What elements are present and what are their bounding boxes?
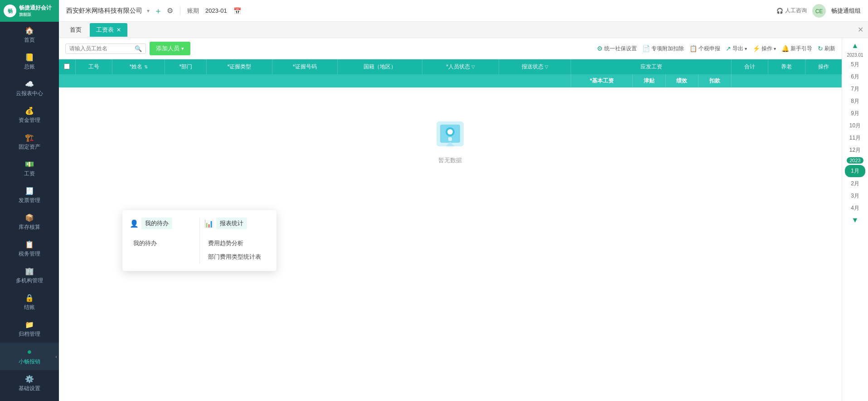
tab-close-right-icon[interactable]: ✕ — [858, 25, 863, 34]
operations-icon: ⚡ — [752, 45, 760, 52]
tab-home-label: 首页 — [70, 26, 82, 33]
period-label: 账期 — [187, 7, 199, 15]
th-checkbox — [59, 59, 75, 74]
name-sort-icon: ⇅ — [144, 64, 148, 69]
popup-item-my-todo[interactable]: 我的待办 — [130, 237, 195, 250]
th-status: *人员状态 ▽ — [422, 59, 499, 74]
logo-sub: 旗舰版 — [19, 12, 52, 18]
empty-state: 暂无数据 — [59, 87, 842, 192]
topbar-settings-icon[interactable]: ⚙ — [167, 6, 173, 15]
tab-home[interactable]: 首页 — [63, 23, 88, 37]
invoice-icon: 🧾 — [25, 187, 34, 195]
sidebar-item-tax[interactable]: 📋 税务管理 — [0, 236, 59, 262]
timeline-month-1[interactable]: 1月 — [845, 165, 865, 177]
ledger-icon: 📒 — [25, 53, 34, 62]
inventory-icon: 📦 — [25, 213, 34, 222]
sidebar-label-tax: 税务管理 — [19, 250, 40, 258]
add-person-button[interactable]: 添加人员 ▾ — [150, 42, 190, 55]
timeline-month-3[interactable]: 3月 — [842, 190, 868, 202]
tab-salary-table[interactable]: 工资表 ✕ — [90, 23, 127, 37]
timeline-year-label: 2023.01 — [847, 53, 863, 58]
sidebar-item-inventory[interactable]: 📦 库存核算 — [0, 209, 59, 236]
timeline-month-7[interactable]: 7月 — [842, 83, 868, 95]
refresh-action[interactable]: ↻ 刷新 — [818, 45, 835, 53]
sidebar-item-finance[interactable]: 💰 资金管理 — [0, 102, 59, 129]
sidebar-item-ledger[interactable]: 📒 总账 — [0, 48, 59, 75]
th-id-number: *证握号码 — [272, 59, 337, 74]
sidebar-collapse-icon: ‹ — [55, 354, 57, 359]
sidebar-label-invoice: 发票管理 — [19, 197, 40, 204]
th-send-status: 报送状态 ▽ — [499, 59, 571, 74]
new-guide-action[interactable]: 🔔 新手引导 — [781, 45, 812, 53]
service-button[interactable]: 🎧 人工咨询 — [776, 7, 807, 14]
sidebar-item-reports[interactable]: ☁️ 云报表中心 — [0, 75, 59, 102]
th-name-sort[interactable]: *姓名 — [130, 63, 143, 70]
select-all-checkbox[interactable] — [64, 63, 70, 69]
popup-item-expense-trend[interactable]: 费用趋势分析 — [204, 237, 270, 250]
sidebar-item-closing[interactable]: 🔒 结账 — [0, 289, 59, 316]
timeline-month-6[interactable]: 6月 — [842, 71, 868, 83]
sidebar-label-assets: 固定资产 — [19, 143, 40, 151]
operations-action[interactable]: ⚡ 操作 ▾ — [752, 45, 776, 53]
send-status-filter-icon[interactable]: ▽ — [545, 64, 548, 69]
popup-section1-label: 我的待办 — [141, 217, 172, 229]
special-deduction-label: 专项附加扣除 — [651, 45, 684, 53]
timeline-down-nav[interactable]: ▼ — [850, 214, 861, 226]
timeline-up-nav[interactable]: ▲ — [850, 40, 861, 52]
sidebar-label-closing: 结账 — [24, 304, 35, 311]
sidebar-item-assets[interactable]: 🏗️ 固定资产 — [0, 129, 59, 155]
refresh-label: 刷新 — [824, 45, 835, 53]
tab-close-icon[interactable]: ✕ — [116, 27, 121, 33]
sidebar-item-xiaochang[interactable]: ● 小畅报销 ‹ — [0, 343, 59, 370]
timeline-month-12[interactable]: 12月 — [842, 144, 868, 156]
reports-icon: ☁️ — [25, 80, 34, 88]
status-filter-icon[interactable]: ▽ — [471, 64, 475, 69]
timeline-month-11[interactable]: 11月 — [842, 132, 868, 144]
year-badge-2023: 2023 — [847, 157, 863, 164]
social-security-action[interactable]: ⚙ 统一社保设置 — [597, 45, 637, 53]
topbar-add-icon[interactable]: ＋ — [154, 5, 162, 16]
sidebar-item-archive[interactable]: 📁 归档管理 — [0, 316, 59, 343]
user-name[interactable]: 畅捷通组组 — [831, 7, 861, 15]
add-person-label: 添加人员 — [156, 44, 179, 53]
company-dropdown-icon[interactable]: ▾ — [147, 8, 150, 14]
th-job-number: 工号 — [75, 59, 112, 74]
popup-section2-icon: 📊 — [204, 219, 213, 228]
timeline-month-9[interactable]: 9月 — [842, 107, 868, 120]
special-deduction-icon: 📄 — [642, 45, 650, 52]
timeline-month-4[interactable]: 4月 — [842, 202, 868, 214]
timeline-month-2[interactable]: 2月 — [842, 178, 868, 190]
sidebar-label-salary: 工资 — [24, 170, 35, 178]
logo-icon: 畅 — [4, 5, 16, 17]
popup-item-dept-expense[interactable]: 部门费用类型统计表 — [204, 250, 270, 264]
sidebar: 畅 畅捷通好会计 旗舰版 🏠 首页 📒 总账 ☁️ 云报表中心 💰 资金管理 🏗… — [0, 0, 59, 401]
timeline-month-8[interactable]: 8月 — [842, 95, 868, 107]
tax-declaration-icon: 📋 — [689, 45, 697, 52]
multi-icon: 🏢 — [25, 267, 34, 275]
sidebar-label-ledger: 总账 — [24, 63, 35, 71]
svg-rect-6 — [448, 137, 452, 141]
sidebar-item-multi[interactable]: 🏢 多机构管理 — [0, 262, 59, 289]
sidebar-item-basic[interactable]: ⚙️ 基础设置 — [0, 370, 59, 397]
sidebar-item-salary[interactable]: 💵 工资 — [0, 155, 59, 182]
export-action[interactable]: ↗ 导出 ▾ — [726, 45, 747, 53]
social-security-icon: ⚙ — [597, 45, 603, 52]
period-calendar-icon[interactable]: 📅 — [233, 7, 241, 14]
search-input[interactable] — [69, 45, 133, 52]
search-icon[interactable]: 🔍 — [135, 45, 142, 52]
th-sub-spacer — [731, 74, 841, 87]
timeline-month-5[interactable]: 5月 — [842, 58, 868, 71]
timeline-month-10[interactable]: 10月 — [842, 120, 868, 132]
tab-salary-label: 工资表 — [96, 26, 114, 34]
special-deduction-action[interactable]: 📄 专项附加扣除 — [642, 45, 684, 53]
th-base-salary: *基本工资 — [571, 74, 633, 87]
sidebar-item-home[interactable]: 🏠 首页 — [0, 22, 59, 48]
tax-declaration-action[interactable]: 📋 个税申报 — [689, 45, 720, 53]
th-bonus: 绩效 — [665, 74, 698, 87]
sidebar-item-guide[interactable]: ▶️ 新手引导 — [0, 397, 59, 401]
xiaochang-icon: ● — [27, 347, 32, 357]
search-box: 🔍 — [65, 43, 146, 54]
sidebar-item-invoice[interactable]: 🧾 发票管理 — [0, 182, 59, 209]
empty-state-icon — [432, 115, 468, 151]
popup-section1-icon: 👤 — [130, 219, 139, 228]
